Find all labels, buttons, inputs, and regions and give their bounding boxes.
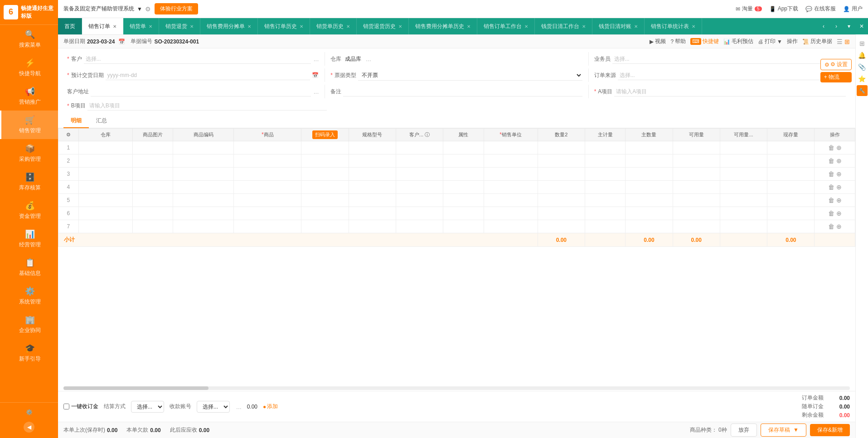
- sidebar-item-enterprise[interactable]: 🏢 企业协同: [0, 310, 58, 339]
- sidebar-item-inventory[interactable]: 🗄️ 库存核算: [0, 168, 58, 196]
- one-click-checkbox[interactable]: [63, 404, 69, 409]
- th-settings[interactable]: ⚙: [58, 129, 79, 141]
- sidebar-item-system[interactable]: ⚙️ 系统管理: [0, 282, 58, 310]
- tab-home[interactable]: 首页: [58, 18, 82, 34]
- action-help[interactable]: ? 帮助: [670, 38, 686, 45]
- row-copy-icon[interactable]: ⊕: [836, 197, 842, 204]
- topbar-message[interactable]: ✉ 淘量 5: [736, 5, 762, 13]
- settings-shortcut-btn[interactable]: ⚙ ⚙ 设置: [820, 59, 852, 70]
- action-operation[interactable]: 操作: [787, 38, 798, 45]
- scrollbar-thumb[interactable]: [63, 386, 209, 390]
- tab-sales-expense[interactable]: 销售费用分摊单 ✕: [200, 18, 258, 34]
- tab-sales-return-close[interactable]: ✕: [149, 24, 152, 29]
- tab-return-history-close[interactable]: ✕: [346, 24, 350, 29]
- tab-return-history[interactable]: 销货单历史 ✕: [310, 18, 357, 34]
- nav-more-btn[interactable]: ▾: [843, 18, 855, 34]
- topbar-support[interactable]: 💬 在线客服: [805, 5, 836, 13]
- sidebar-item-purchase[interactable]: 📦 采购管理: [0, 139, 58, 168]
- nav-prev-btn[interactable]: ‹: [817, 18, 830, 34]
- payment-method-select[interactable]: 选择...: [131, 401, 164, 413]
- tab-sales-refund-close[interactable]: ✕: [190, 24, 194, 29]
- topbar-app[interactable]: 📱 App下载: [769, 5, 798, 13]
- right-panel-tool-icon[interactable]: 🔧: [857, 85, 868, 96]
- tab-sales-history[interactable]: 销售订单历史 ✕: [258, 18, 310, 34]
- row-copy-icon[interactable]: ⊕: [836, 157, 842, 164]
- sidebar-item-operations[interactable]: 📊 经营管理: [0, 225, 58, 253]
- tab-sales-stats[interactable]: 销售订单统计表 ✕: [645, 18, 702, 34]
- sidebar-item-marketing[interactable]: 📢 营销推广: [0, 82, 58, 111]
- tab-expense-history-close[interactable]: ✕: [467, 24, 470, 29]
- delivery-date-calendar[interactable]: 📅: [312, 72, 319, 78]
- row-copy-icon[interactable]: ⊕: [836, 144, 842, 151]
- tab-sales-stats-close[interactable]: ✕: [692, 24, 695, 29]
- layout-grid-icon[interactable]: ⊞: [844, 38, 850, 45]
- row-delete-icon[interactable]: 🗑: [828, 197, 834, 204]
- sidebar-collapse-btn[interactable]: ◀: [24, 422, 34, 433]
- account-select[interactable]: 选择...: [197, 401, 230, 413]
- salesperson-input[interactable]: [612, 54, 838, 64]
- save-new-btn[interactable]: 保存&新增: [810, 424, 850, 436]
- industry-btn[interactable]: 体验行业方案: [155, 3, 198, 14]
- row-delete-icon[interactable]: 🗑: [828, 210, 834, 217]
- calendar-icon[interactable]: 📅: [118, 39, 125, 45]
- action-shortcut[interactable]: ⌨ 快捷键: [690, 38, 719, 45]
- sidebar-item-quick-nav[interactable]: ⚡ 快捷导航: [0, 53, 58, 82]
- right-panel-star-icon[interactable]: ⭐: [857, 73, 868, 84]
- order-source-input[interactable]: [618, 71, 846, 80]
- action-profit[interactable]: 📊 毛利预估: [723, 38, 753, 45]
- sidebar-settings[interactable]: ⚙️: [0, 406, 58, 418]
- tab-refund-history-close[interactable]: ✕: [398, 24, 402, 29]
- tab-sales-history-close[interactable]: ✕: [300, 24, 303, 29]
- right-panel-clip-icon[interactable]: 📎: [857, 62, 868, 72]
- row-copy-icon[interactable]: ⊕: [836, 183, 842, 191]
- right-panel-bell-icon[interactable]: 🔔: [857, 50, 868, 61]
- sidebar-item-search[interactable]: 🔍 搜索菜单: [0, 25, 58, 53]
- save-draft-dropdown[interactable]: ▼: [793, 427, 799, 433]
- tab-sales-refund[interactable]: 销货退货 ✕: [159, 18, 200, 34]
- row-copy-icon[interactable]: ⊕: [836, 170, 842, 178]
- row-delete-icon[interactable]: 🗑: [828, 144, 834, 151]
- row-copy-icon[interactable]: ⊕: [836, 210, 842, 217]
- warehouse-dots-btn[interactable]: ...: [366, 55, 371, 63]
- row-delete-icon[interactable]: 🗑: [828, 223, 834, 230]
- customer-address-dots[interactable]: ...: [314, 88, 319, 95]
- action-print[interactable]: 🖨 打印 ▼: [758, 38, 782, 45]
- project-b-input[interactable]: [87, 101, 327, 111]
- customer-input[interactable]: [84, 54, 311, 64]
- row-delete-icon[interactable]: 🗑: [828, 157, 834, 164]
- tab-workbench-close[interactable]: ✕: [524, 24, 528, 29]
- action-history[interactable]: 📜 历史单据: [802, 38, 832, 45]
- customer-dots-btn[interactable]: ...: [314, 55, 319, 63]
- scan-btn[interactable]: 扫码录入: [312, 130, 338, 139]
- discard-btn[interactable]: 放弃: [731, 424, 757, 437]
- nav-close-all-btn[interactable]: ✕: [855, 18, 868, 34]
- layout-list-icon[interactable]: ☰: [837, 38, 843, 45]
- sidebar-item-finance[interactable]: 💰 资金管理: [0, 196, 58, 225]
- tab-sales-return[interactable]: 销货单 ✕: [123, 18, 159, 34]
- right-panel-grid-icon[interactable]: ⊞: [857, 38, 868, 49]
- tab-cash-clear-close[interactable]: ✕: [582, 24, 586, 29]
- sidebar-item-guide[interactable]: 🎓 新手引导: [0, 339, 58, 367]
- add-btn[interactable]: ● 添加: [263, 403, 278, 410]
- tab-refund-history[interactable]: 销货退货历史 ✕: [357, 18, 409, 34]
- row-delete-icon[interactable]: 🗑: [828, 170, 834, 178]
- sidebar-item-base-info[interactable]: 📋 基础信息: [0, 253, 58, 282]
- delivery-date-input[interactable]: [106, 71, 310, 80]
- tab-sales-order-close[interactable]: ✕: [113, 24, 116, 29]
- tab-cash-clear[interactable]: 钱货日清工作台 ✕: [535, 18, 592, 34]
- row-delete-icon[interactable]: 🗑: [828, 183, 834, 191]
- tab-detail[interactable]: 明细: [63, 114, 89, 128]
- project-a-input[interactable]: [614, 87, 846, 96]
- action-preview[interactable]: ▶ 视频: [650, 38, 666, 45]
- nav-next-btn[interactable]: ›: [830, 18, 843, 34]
- tab-summary[interactable]: 汇总: [89, 114, 114, 128]
- customer-address-input[interactable]: [91, 87, 311, 96]
- tab-workbench[interactable]: 销售订单工作台 ✕: [477, 18, 535, 34]
- account-dots[interactable]: ...: [236, 403, 242, 410]
- tab-cash-reconcile[interactable]: 钱货日清对账 ✕: [592, 18, 645, 34]
- save-draft-btn[interactable]: 保存草稿 ▼: [761, 424, 806, 437]
- topbar-user[interactable]: 👤 用户: [843, 5, 863, 13]
- row-copy-icon[interactable]: ⊕: [836, 223, 842, 230]
- tab-sales-expense-close[interactable]: ✕: [247, 24, 251, 29]
- sidebar-item-sales[interactable]: 🛒 销售管理: [0, 111, 58, 139]
